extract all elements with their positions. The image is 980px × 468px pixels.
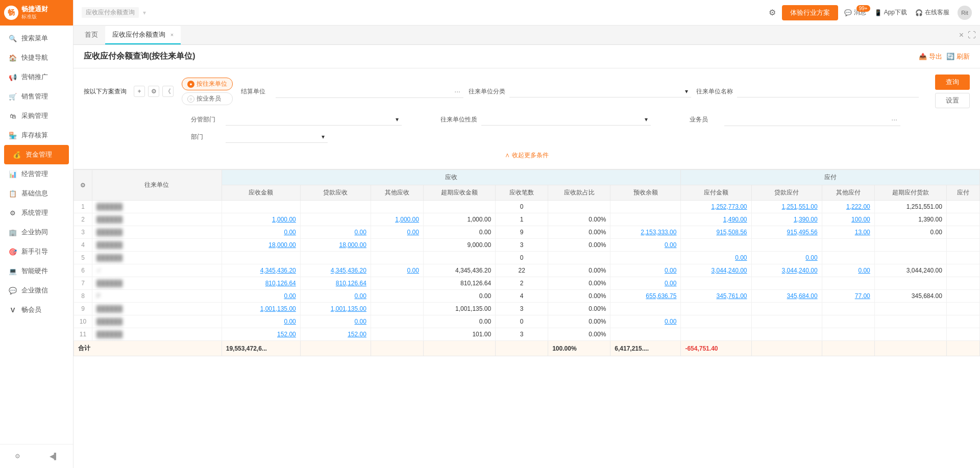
header-settings-icon[interactable]: ⚙ — [769, 8, 776, 17]
cell-ar-prepay-10[interactable] — [610, 328, 681, 341]
service-btn[interactable]: 🎧 在线客服 — [915, 8, 949, 17]
cell-ar-prepay-2[interactable]: 2,153,333.00 — [610, 226, 681, 239]
cell-ar-other-3[interactable] — [371, 239, 423, 252]
sidebar-item-marketing[interactable]: 📢 营销推广 — [0, 67, 73, 87]
cell-ap-amount-4[interactable]: 0.00 — [681, 252, 751, 264]
cell-ar-loan-3[interactable]: 18,000.00 — [300, 239, 371, 252]
cell-ar-other-10[interactable] — [371, 328, 423, 341]
cell-ap-other-9[interactable] — [822, 315, 874, 328]
partner-nature-select[interactable]: ▾ — [481, 114, 651, 126]
user-avatar[interactable]: Rit — [958, 6, 972, 20]
cell-ar-amount-7[interactable]: 0.00 — [222, 290, 300, 303]
set-button[interactable]: 设置 — [935, 93, 970, 108]
cell-ar-prepay-4[interactable] — [610, 252, 681, 264]
cell-ar-prepay-9[interactable]: 0.00 — [610, 315, 681, 328]
cell-ar-other-7[interactable] — [371, 290, 423, 303]
table-container[interactable]: ⚙ 往来单位 应收 应付 应收金额 贷款应收 其他应收 超期应收金额 应收笔数 — [74, 169, 980, 468]
cell-ar-loan-2[interactable]: 0.00 — [300, 226, 371, 239]
cell-ar-other-5[interactable]: 0.00 — [371, 264, 423, 277]
sidebar-item-corp[interactable]: 🏢 企业协同 — [0, 223, 73, 242]
settlement-unit-input[interactable]: ··· — [276, 85, 463, 98]
sidebar-item-hardware[interactable]: 💻 智能硬件 — [0, 261, 73, 281]
cell-ar-prepay-0[interactable] — [610, 201, 681, 213]
cell-ap-loan-4[interactable]: 0.00 — [751, 252, 822, 264]
cell-ap-loan-6[interactable] — [751, 277, 822, 290]
cell-ap-amount-10[interactable] — [681, 328, 751, 341]
cell-ar-prepay-5[interactable]: 0.00 — [610, 264, 681, 277]
cell-ap-other-5[interactable]: 0.00 — [822, 264, 874, 277]
cell-ap-loan-1[interactable]: 1,390.00 — [751, 213, 822, 226]
cell-ap-amount-0[interactable]: 1,252,773.00 — [681, 201, 751, 213]
tab-home[interactable]: 首页 — [78, 26, 105, 44]
cell-ap-amount-3[interactable] — [681, 239, 751, 252]
sidebar-item-wechat[interactable]: 💬 企业微信 — [0, 281, 73, 300]
th-settings[interactable]: ⚙ — [74, 170, 92, 201]
cell-ar-other-8[interactable] — [371, 303, 423, 315]
cell-ap-amount-7[interactable]: 345,761.00 — [681, 290, 751, 303]
cell-ar-loan-7[interactable]: 0.00 — [300, 290, 371, 303]
cell-ar-other-9[interactable] — [371, 315, 423, 328]
footer-ar-amount[interactable]: 19,553,472,6... — [222, 341, 300, 356]
sidebar-item-finance[interactable]: 💰 资金管理 — [4, 145, 69, 164]
cell-ar-amount-10[interactable]: 152.00 — [222, 328, 300, 341]
cell-ar-loan-5[interactable]: 4,345,436.20 — [300, 264, 371, 277]
cell-ar-loan-0[interactable] — [300, 201, 371, 213]
cell-ar-other-4[interactable] — [371, 252, 423, 264]
cell-ap-loan-5[interactable]: 3,044,240.00 — [751, 264, 822, 277]
cell-ar-amount-3[interactable]: 18,000.00 — [222, 239, 300, 252]
sidebar-item-system[interactable]: ⚙ 系统管理 — [0, 203, 73, 223]
collapse-more-btn[interactable]: ∧ 收起更多条件 — [84, 148, 970, 163]
cell-ar-amount-0[interactable] — [222, 201, 300, 213]
cell-ap-loan-9[interactable] — [751, 315, 822, 328]
cell-ap-other-4[interactable] — [822, 252, 874, 264]
sidebar-item-guide[interactable]: 🎯 新手引导 — [0, 242, 73, 261]
filter-settings-btn[interactable]: ⚙ — [148, 86, 159, 97]
expand-window-icon[interactable]: ⛶ — [968, 31, 976, 40]
sidebar-item-sales[interactable]: 🛒 销售管理 — [0, 87, 73, 106]
cell-ar-other-1[interactable]: 1,000.00 — [371, 213, 423, 226]
cell-ap-other-1[interactable]: 100.00 — [822, 213, 874, 226]
cell-ar-prepay-8[interactable] — [610, 303, 681, 315]
query-button[interactable]: 查询 — [935, 75, 970, 90]
message-badge[interactable]: 💬 消息 99+ — [844, 8, 866, 17]
salesman-input[interactable]: ··· — [724, 113, 900, 126]
cell-ap-amount-8[interactable] — [681, 303, 751, 315]
tab-close-icon[interactable]: × — [170, 32, 174, 38]
cell-ap-amount-6[interactable] — [681, 277, 751, 290]
dept-manager-select[interactable]: ▾ — [226, 114, 402, 126]
cell-ap-other-0[interactable]: 1,222.00 — [822, 201, 874, 213]
cell-ap-loan-2[interactable]: 915,495.56 — [751, 226, 822, 239]
cell-ar-prepay-1[interactable] — [610, 213, 681, 226]
cell-ar-prepay-6[interactable]: 0.00 — [610, 277, 681, 290]
cell-ar-loan-8[interactable]: 1,001,135.00 — [300, 303, 371, 315]
cell-ap-other-10[interactable] — [822, 328, 874, 341]
cell-ap-amount-5[interactable]: 3,044,240.00 — [681, 264, 751, 277]
cell-ar-other-2[interactable]: 0.00 — [371, 226, 423, 239]
cell-ar-loan-9[interactable]: 0.00 — [300, 315, 371, 328]
refresh-button[interactable]: 🔄 刷新 — [946, 52, 970, 61]
cell-ap-other-2[interactable]: 13.00 — [822, 226, 874, 239]
dept-select[interactable]: ▾ — [226, 131, 328, 143]
filter-collapse-btn[interactable]: 《 — [162, 86, 174, 97]
partner-category-select[interactable]: ▾ — [509, 86, 691, 97]
partner-name-input[interactable] — [737, 86, 919, 97]
export-button[interactable]: 📤 导出 — [919, 52, 942, 61]
sidebar-item-inventory[interactable]: 🏪 库存核算 — [0, 126, 73, 145]
cell-ap-loan-0[interactable]: 1,251,551.00 — [751, 201, 822, 213]
cell-ap-other-3[interactable] — [822, 239, 874, 252]
close-window-icon[interactable]: × — [959, 31, 964, 40]
cell-ap-other-7[interactable]: 77.00 — [822, 290, 874, 303]
filter-add-btn[interactable]: + — [134, 86, 145, 97]
cell-ap-loan-7[interactable]: 345,684.00 — [751, 290, 822, 303]
cell-ar-prepay-3[interactable]: 0.00 — [610, 239, 681, 252]
sidebar-item-basic[interactable]: 📋 基础信息 — [0, 184, 73, 203]
cell-ar-amount-5[interactable]: 4,345,436.20 — [222, 264, 300, 277]
cell-ar-prepay-7[interactable]: 655,636.75 — [610, 290, 681, 303]
cell-ap-other-6[interactable] — [822, 277, 874, 290]
sidebar-item-search[interactable]: 🔍 搜索菜单 — [0, 29, 73, 48]
sidebar-item-ops[interactable]: 📊 经营管理 — [0, 164, 73, 184]
cell-ar-other-0[interactable] — [371, 201, 423, 213]
cell-ar-amount-6[interactable]: 810,126.64 — [222, 277, 300, 290]
filter-option-by-salesman[interactable]: ○ 按业务员 — [182, 92, 233, 105]
settings-bottom-btn[interactable]: ⚙ — [12, 450, 23, 463]
